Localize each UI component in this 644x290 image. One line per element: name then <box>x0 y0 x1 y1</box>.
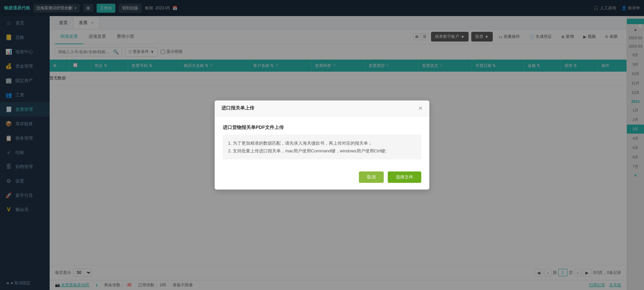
modal-header: 进口报关单上传 ✕ <box>215 100 429 117</box>
modal-info-line-1: 1. 为了更加精准的数据匹配，请先录入海关缴款书，再上传对应的报关单； <box>228 139 416 147</box>
modal-info-line-2: 2. 支持批量上传进口报关单，mac用户使用Command键，windows用户… <box>228 147 416 155</box>
modal-cancel-button[interactable]: 取消 <box>359 171 384 183</box>
modal-close-button[interactable]: ✕ <box>418 105 423 112</box>
modal-title: 进口报关单上传 <box>221 105 254 111</box>
modal-select-file-button[interactable]: 选择文件 <box>388 171 421 183</box>
modal-info-box: 1. 为了更加精准的数据匹配，请先录入海关缴款书，再上传对应的报关单； 2. 支… <box>223 135 421 160</box>
modal-body: 进口货物报关单PDF文件上传 1. 为了更加精准的数据匹配，请先录入海关缴款书，… <box>215 117 429 166</box>
import-customs-modal: 进口报关单上传 ✕ 进口货物报关单PDF文件上传 1. 为了更加精准的数据匹配，… <box>215 100 429 190</box>
modal-section-title: 进口货物报关单PDF文件上传 <box>223 125 421 131</box>
modal-footer: 取消 选择文件 <box>215 166 429 190</box>
modal-overlay: 进口报关单上传 ✕ 进口货物报关单PDF文件上传 1. 为了更加精准的数据匹配，… <box>0 0 644 290</box>
